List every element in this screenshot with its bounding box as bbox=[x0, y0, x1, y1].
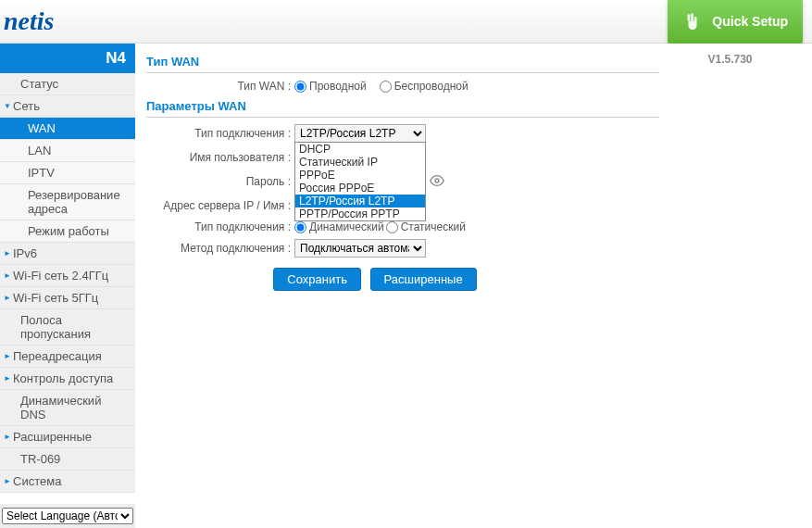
nav-item-tr069[interactable]: TR-069 bbox=[0, 448, 135, 471]
right-column: V1.5.730 bbox=[659, 51, 801, 521]
brand-logo: netis bbox=[4, 6, 54, 36]
radio-wired-input[interactable] bbox=[294, 81, 306, 93]
model-badge: N4 bbox=[0, 44, 135, 73]
label-username: Имя пользователя : bbox=[146, 151, 294, 164]
dropdown-item-pptp[interactable]: PPTP/Россия PPTP bbox=[295, 207, 425, 220]
nav-item-iptv[interactable]: IPTV bbox=[0, 162, 135, 184]
radio-static-input[interactable] bbox=[386, 221, 398, 233]
label-conn-type2: Тип подключения : bbox=[146, 220, 294, 233]
nav-item-access[interactable]: Контроль доступа bbox=[0, 368, 135, 390]
label-conn-type: Тип подключения : bbox=[146, 127, 294, 140]
nav-item-address-reserve[interactable]: Резервирование адреса bbox=[0, 184, 135, 220]
radio-wireless[interactable]: Беспроводной bbox=[380, 80, 468, 93]
nav-item-wan[interactable]: WAN bbox=[0, 118, 135, 140]
radio-dynamic-input[interactable] bbox=[294, 221, 306, 233]
radio-static[interactable]: Статический bbox=[386, 220, 466, 233]
main-container: N4 Статус Сеть WAN LAN IPTV Резервирован… bbox=[0, 44, 812, 528]
nav-item-advanced[interactable]: Расширенные bbox=[0, 426, 135, 448]
nav-item-lan[interactable]: LAN bbox=[0, 140, 135, 162]
main-panel: Тип WAN Тип WAN : Проводной Беспроводной… bbox=[135, 44, 812, 528]
label-password: Пароль : bbox=[146, 175, 294, 188]
connection-type-select[interactable]: L2TP/Россия L2TP bbox=[294, 124, 426, 143]
hand-wave-icon bbox=[682, 11, 703, 31]
dropdown-item-l2tp[interactable]: L2TP/Россия L2TP bbox=[295, 195, 425, 207]
dropdown-item-rupppoe[interactable]: Россия PPPoE bbox=[295, 182, 425, 195]
radio-wired[interactable]: Проводной bbox=[294, 80, 367, 93]
eye-icon[interactable] bbox=[430, 173, 444, 191]
svg-point-0 bbox=[435, 179, 439, 182]
nav-item-network[interactable]: Сеть bbox=[0, 95, 135, 118]
quick-setup-button[interactable]: Quick Setup bbox=[668, 0, 803, 44]
connection-method-select[interactable]: Подключаться автоматич bbox=[294, 239, 426, 258]
nav-item-status[interactable]: Статус bbox=[0, 73, 135, 95]
dropdown-item-static[interactable]: Статический IP bbox=[295, 156, 425, 169]
button-row: Сохранить Расширенные bbox=[91, 260, 659, 298]
section-wan-type-title: Тип WAN bbox=[146, 51, 659, 73]
nav-item-bandwidth[interactable]: Полоса пропускания bbox=[0, 309, 135, 346]
content-area: Тип WAN Тип WAN : Проводной Беспроводной… bbox=[146, 51, 659, 521]
row-wan-type: Тип WAN : Проводной Беспроводной bbox=[146, 77, 659, 95]
advanced-button[interactable]: Расширенные bbox=[370, 268, 477, 291]
row-conn-type: Тип подключения : L2TP/Россия L2TP DHCP … bbox=[146, 121, 659, 145]
label-server: Адрес сервера IP / Имя : bbox=[146, 199, 294, 212]
nav-item-forwarding[interactable]: Переадресация bbox=[0, 346, 135, 368]
radio-wireless-input[interactable] bbox=[380, 81, 392, 93]
version-text: V1.5.730 bbox=[659, 51, 801, 66]
label-conn-method: Метод подключения : bbox=[146, 242, 294, 255]
nav-item-work-mode[interactable]: Режим работы bbox=[0, 220, 135, 243]
save-button[interactable]: Сохранить bbox=[273, 268, 361, 291]
label-wan-type: Тип WAN : bbox=[146, 80, 294, 93]
dropdown-item-pppoe[interactable]: PPPoE bbox=[295, 169, 425, 182]
dropdown-item-dhcp[interactable]: DHCP bbox=[295, 143, 425, 156]
nav-item-system[interactable]: Система bbox=[0, 471, 135, 493]
quick-setup-label: Quick Setup bbox=[712, 14, 788, 29]
nav-item-ddns[interactable]: Динамический DNS bbox=[0, 390, 135, 426]
header-bar: netis Quick Setup bbox=[0, 0, 812, 44]
section-wan-params-title: Параметры WAN bbox=[146, 95, 659, 118]
radio-dynamic[interactable]: Динамический bbox=[294, 220, 384, 233]
row-conn-method: Метод подключения : Подключаться автомат… bbox=[146, 236, 659, 260]
language-select[interactable]: Select Language (Авто) bbox=[2, 508, 133, 524]
connection-type-dropdown: DHCP Статический IP PPPoE Россия PPPoE L… bbox=[294, 142, 426, 221]
